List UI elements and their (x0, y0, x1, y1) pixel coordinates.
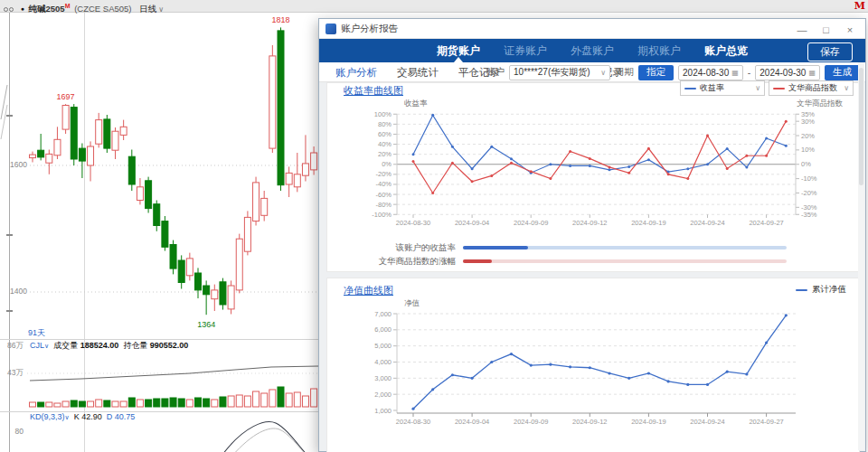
svg-text:-80%: -80% (375, 201, 392, 209)
account-report-dialog: 账户分析报告 — □ × 期货账户证券账户外盘账户期权账户账户总览 保存 账户分… (318, 18, 866, 452)
dialog-title: 账户分析报告 (341, 23, 398, 35)
svg-text:-20%: -20% (801, 189, 817, 197)
svg-text:7,000: 7,000 (374, 310, 392, 318)
svg-text:20%: 20% (378, 150, 392, 158)
chevron-down-icon: ∨ (755, 84, 760, 92)
close-icon[interactable]: × (840, 24, 860, 35)
progress-label: 文华商品指数的涨幅 (327, 256, 463, 268)
index-gain-progress: 文华商品指数的涨幅 (327, 256, 787, 267)
svg-text:1,000: 1,000 (374, 407, 392, 415)
nav-tabs: 期货账户证券账户外盘账户期权账户账户总览 (319, 39, 865, 62)
svg-text:3,000: 3,000 (374, 374, 392, 382)
red-line-swatch (773, 88, 785, 89)
dialog-app-icon (326, 24, 336, 34)
toolbar-controls: 账户 10****27(华安期货) ∨ 周期 指定 2024-08-30 ▦ -… (486, 62, 860, 82)
calendar-icon: ▦ (731, 69, 739, 77)
svg-text:2024-09-12: 2024-09-12 (572, 418, 607, 426)
svg-text:0%: 0% (801, 160, 811, 168)
price-axis-1400: 1400 (5, 287, 27, 296)
svg-text:6,000: 6,000 (374, 325, 392, 334)
nav-tab-3[interactable]: 外盘账户 (571, 39, 614, 62)
svg-text:文华商品指数: 文华商品指数 (797, 99, 844, 108)
bar-count-label: 91天 (28, 327, 45, 339)
svg-text:2024-09-04: 2024-09-04 (455, 418, 489, 426)
save-button[interactable]: 保存 (807, 42, 853, 61)
svg-text:2024-09-19: 2024-09-19 (631, 418, 665, 426)
returns-chart[interactable]: 收益率文华商品指数100%80%60%40%20%0%-20%-40%-60%-… (327, 98, 861, 240)
svg-text:-40%: -40% (375, 180, 392, 188)
svg-text:-10%: -10% (801, 174, 817, 183)
svg-text:净值: 净值 (404, 298, 420, 307)
svg-text:1364: 1364 (197, 320, 215, 329)
svg-text:60%: 60% (378, 130, 392, 138)
svg-text:2024-09-19: 2024-09-19 (631, 219, 665, 227)
svg-text:1697: 1697 (57, 92, 75, 101)
toolbar-tab-2[interactable]: 交易统计 (397, 62, 439, 82)
date-to-input[interactable]: 2024-09-30 ▦ (755, 65, 820, 80)
kd-chart[interactable] (0, 420, 318, 452)
date-from-input[interactable]: 2024-08-30 ▦ (678, 65, 743, 80)
svg-text:2024-08-30: 2024-08-30 (396, 418, 430, 426)
svg-text:-60%: -60% (375, 191, 392, 199)
svg-text:100%: 100% (374, 110, 392, 118)
period-label: 周期 (615, 66, 634, 79)
volume-chart[interactable] (0, 339, 318, 411)
svg-text:2024-09-09: 2024-09-09 (514, 219, 548, 227)
progress-track (463, 259, 787, 263)
instrument-bullet: ● (21, 5, 24, 12)
nav-tab-4[interactable]: 期权账户 (637, 39, 681, 62)
svg-text:2024-09-27: 2024-09-27 (749, 219, 783, 227)
net-value-card: 净值曲线图 累计净值 净值7,0006,0005,0004,0003,0002,… (326, 278, 860, 452)
account-label: 账户 (486, 66, 505, 79)
chevron-down-icon: ∨ (65, 414, 70, 420)
svg-text:-20%: -20% (375, 170, 392, 178)
series1-select[interactable]: 收益率 ∨ (680, 80, 765, 96)
toolbar-tab-1[interactable]: 账户分析 (335, 62, 377, 82)
kline-chart[interactable]: 169718181364 (0, 13, 318, 339)
account-return-progress: 该账户的收益率 (327, 242, 787, 253)
svg-text:2024-09-27: 2024-09-27 (749, 418, 783, 426)
blue-line-swatch (684, 88, 696, 89)
kline-window-titlebar: ● 纯碱2505M (CZCE SA505) 日线∨ M (0, 0, 868, 13)
nav-tab-2[interactable]: 证券账户 (504, 39, 547, 62)
dialog-navbar: 期货账户证券账户外盘账户期权账户账户总览 保存 (319, 39, 865, 62)
dialog-toolbar: 账户分析交易统计平仓记录期末持仓成交记录 账户 10****27(华安期货) ∨… (319, 62, 865, 82)
screen: ● 纯碱2505M (CZCE SA505) 日线∨ M 16971818136… (0, 0, 868, 452)
svg-text:0%: 0% (382, 160, 392, 168)
maximize-icon[interactable]: □ (816, 24, 836, 35)
calendar-icon: ▦ (808, 69, 816, 77)
chevron-down-icon: ∨ (600, 69, 606, 77)
nav-tab-5[interactable]: 账户总览 (704, 39, 748, 62)
progress-fill (463, 246, 528, 250)
svg-text:5,000: 5,000 (374, 342, 392, 350)
price-axis-1600: 1600 (5, 160, 27, 169)
svg-text:2024-08-30: 2024-08-30 (396, 219, 430, 227)
svg-text:-100%: -100% (372, 211, 392, 219)
svg-text:2024-09-04: 2024-09-04 (455, 219, 489, 227)
dialog-scrollbar[interactable] (858, 62, 864, 450)
series2-select[interactable]: 文华商品指数 ∨ (769, 80, 854, 96)
svg-text:1818: 1818 (271, 15, 289, 24)
svg-text:40%: 40% (378, 140, 392, 148)
returns-card: 收益率曲线图 收益率 ∨ 文华商品指数 ∨ 收益率文华商品指数100%80%60… (326, 82, 860, 272)
date-separator: - (748, 67, 751, 78)
svg-text:2024-09-09: 2024-09-09 (514, 418, 548, 426)
returns-curve-link[interactable]: 收益率曲线图 (344, 84, 403, 98)
scrollbar-thumb[interactable] (859, 68, 863, 185)
svg-text:-35%: -35% (801, 211, 817, 219)
dialog-titlebar[interactable]: 账户分析报告 — □ × (319, 19, 865, 39)
generate-button[interactable]: 生成 (825, 65, 860, 80)
minimize-icon[interactable]: — (792, 24, 812, 35)
progress-label: 该账户的收益率 (327, 242, 463, 254)
account-select[interactable]: 10****27(华安期货) ∨ (509, 65, 610, 80)
svg-text:收益率: 收益率 (404, 99, 428, 108)
net-value-curve-link[interactable]: 净值曲线图 (344, 284, 393, 297)
svg-text:20%: 20% (801, 132, 815, 140)
net-value-chart[interactable]: 净值7,0006,0005,0004,0003,0002,0001,000202… (327, 297, 861, 432)
progress-fill (463, 259, 492, 263)
assign-period-button[interactable]: 指定 (638, 65, 674, 80)
svg-text:2,000: 2,000 (374, 391, 392, 399)
nav-tab-1[interactable]: 期货账户 (437, 39, 480, 62)
blue-line-swatch (796, 289, 807, 291)
svg-text:4,000: 4,000 (374, 358, 392, 366)
